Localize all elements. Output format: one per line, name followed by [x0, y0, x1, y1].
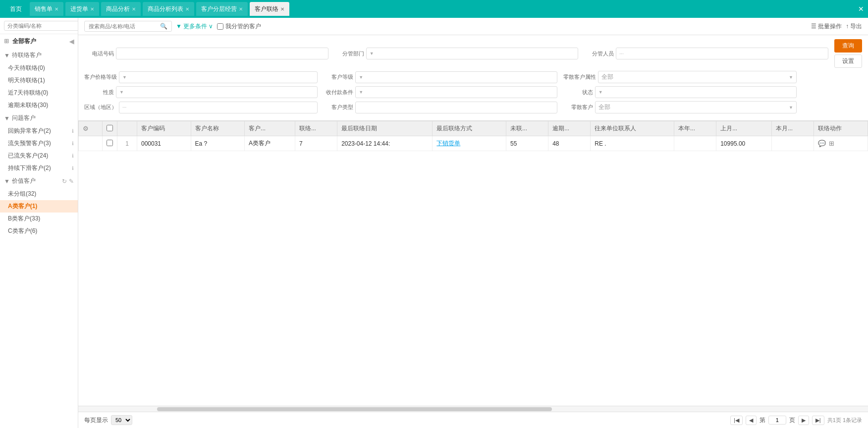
- col-overdue[interactable]: 逾期...: [548, 121, 591, 136]
- next-page-btn[interactable]: ▶: [798, 416, 809, 425]
- retail-attr-select[interactable]: 全部 ▼: [598, 71, 797, 83]
- export-btn[interactable]: ↑ 导出: [846, 22, 862, 31]
- batch-op-btn[interactable]: ☰ 批量操作: [811, 22, 842, 31]
- scroll-thumb[interactable]: [157, 407, 552, 411]
- sidebar-item-7days[interactable]: 近7天待联络(0): [0, 87, 78, 99]
- nature-select[interactable]: ▼: [116, 86, 318, 98]
- my-customer-checkbox-area: 我分管的客户: [217, 22, 261, 31]
- retail-customer-select[interactable]: 全部 ▼: [595, 101, 797, 113]
- sidebar-search-input[interactable]: [4, 21, 78, 31]
- action-btn-group: 查询 设置: [834, 39, 862, 68]
- sidebar-item-repurchase-abnormal[interactable]: 回购异常客户(2) ℹ: [0, 125, 78, 137]
- tab-customer-contact[interactable]: 客户联络 ✕: [250, 2, 289, 16]
- customer-level-select[interactable]: ▼: [355, 71, 557, 83]
- payment-label: 收付款条件: [324, 89, 353, 96]
- filter-row-2: 客户价格等级 ▼ 客户等级 ▼ 零散客户属性 全部 ▼: [84, 71, 862, 83]
- page-number-input[interactable]: [768, 416, 786, 425]
- query-btn[interactable]: 查询: [834, 39, 862, 53]
- tab-product-analysis-list[interactable]: 商品分析列表 ✕: [143, 2, 194, 16]
- home-tab[interactable]: 首页: [4, 5, 28, 13]
- chat-action-icon[interactable]: 💬: [818, 140, 826, 147]
- filter-price-level: 客户价格等级 ▼: [84, 71, 318, 83]
- sidebar-item-today[interactable]: 今天待联络(0): [0, 62, 78, 74]
- search-icon: 🔍: [160, 23, 167, 30]
- row-contact-count: 7: [295, 136, 337, 151]
- sidebar-item-churned[interactable]: 已流失客户(24) ℹ: [0, 150, 78, 162]
- retail-customer-value: 全部: [598, 103, 610, 111]
- close-customer-tier-tab[interactable]: ✕: [239, 6, 243, 12]
- content-area: 🔍 ▼ 更多条件 ∨ 我分管的客户 ☰ 批量操作 ↑ 导出: [78, 18, 868, 428]
- row-checkbox-cell[interactable]: [103, 136, 117, 151]
- col-unit-contact[interactable]: 往来单位联系人: [591, 121, 674, 136]
- edit-group-icon[interactable]: ✎: [69, 178, 74, 185]
- col-not-contact[interactable]: 未联...: [506, 121, 548, 136]
- sidebar-item-ungrouped[interactable]: 未分组(32): [0, 188, 78, 200]
- page-label: 第: [760, 416, 765, 425]
- sidebar-item-churn-warning[interactable]: 流失预警客户(3) ℹ: [0, 137, 78, 150]
- sidebar-item-b-class[interactable]: B类客户(33): [0, 213, 78, 225]
- data-table-container: ⚙ 客户编码 客户名称 客户...: [78, 121, 868, 406]
- group-pending-contact[interactable]: ▼ 待联络客户: [0, 49, 78, 62]
- manager-more-btn: ···: [619, 51, 623, 56]
- sidebar-item-a-class[interactable]: A类客户(1): [0, 200, 78, 213]
- setting-btn[interactable]: 设置: [834, 54, 862, 68]
- per-page-select[interactable]: 50: [111, 415, 132, 425]
- refresh-icon[interactable]: ↻: [62, 178, 67, 185]
- first-page-btn[interactable]: |◀: [730, 416, 743, 425]
- col-select-all[interactable]: [103, 121, 117, 136]
- tab-product-analysis[interactable]: 商品分析 ✕: [101, 2, 141, 16]
- row-last-method[interactable]: 下销货单: [433, 136, 506, 151]
- sidebar-collapse-icon[interactable]: ◀: [69, 38, 74, 45]
- tab-customer-tier[interactable]: 客户分层经营 ✕: [196, 2, 248, 16]
- col-settings[interactable]: ⚙: [79, 121, 103, 136]
- settings-gear-icon[interactable]: ⚙: [83, 125, 89, 132]
- retail-customer-label: 零散客户: [563, 104, 593, 111]
- manager-input[interactable]: ···: [616, 48, 828, 59]
- tab-sales[interactable]: 销售单 ✕: [30, 2, 63, 16]
- phone-input[interactable]: [116, 48, 328, 59]
- pagination: 每页显示 50 |◀ ◀ 第 页 ▶ ▶| 共1页 1条记录: [78, 412, 868, 428]
- group-problem-customers[interactable]: ▼ 问题客户: [0, 111, 78, 125]
- col-contact[interactable]: 联络...: [295, 121, 337, 136]
- col-last-month[interactable]: 上月...: [716, 121, 772, 136]
- sidebar-item-overdue[interactable]: 逾期未联络(30): [0, 99, 78, 111]
- last-page-btn[interactable]: ▶|: [812, 416, 824, 425]
- col-code[interactable]: 客户编码: [137, 121, 191, 136]
- sidebar-item-c-class[interactable]: C类客户(6): [0, 225, 78, 237]
- customer-type-input[interactable]: [355, 102, 557, 113]
- group-value-customers[interactable]: ▼ 价值客户 ↻ ✎: [0, 174, 78, 188]
- row-settings: [79, 136, 103, 151]
- col-last-date[interactable]: 最后联络日期: [337, 121, 433, 136]
- more-filter-btn[interactable]: ▼ 更多条件 ∨: [176, 22, 213, 31]
- my-customer-checkbox[interactable]: [217, 23, 223, 30]
- col-type[interactable]: 客户...: [245, 121, 295, 136]
- col-name[interactable]: 客户名称: [191, 121, 245, 136]
- filter-icon: ▼: [176, 23, 182, 30]
- horizontal-scrollbar[interactable]: [78, 406, 868, 412]
- sidebar-item-tomorrow[interactable]: 明天待联络(1): [0, 74, 78, 87]
- col-last-method[interactable]: 最后联络方式: [433, 121, 506, 136]
- tab-purchase[interactable]: 进货单 ✕: [65, 2, 99, 16]
- region-input[interactable]: ···: [119, 102, 318, 113]
- close-customer-contact-tab[interactable]: ✕: [280, 6, 284, 12]
- col-this-month[interactable]: 本月...: [772, 121, 814, 136]
- dept-select[interactable]: ▼: [366, 48, 579, 59]
- row-checkbox[interactable]: [107, 140, 113, 146]
- close-sales-tab[interactable]: ✕: [54, 6, 58, 12]
- close-purchase-tab[interactable]: ✕: [90, 6, 94, 12]
- search-input[interactable]: [89, 23, 158, 29]
- price-level-select[interactable]: ▼: [119, 71, 318, 83]
- col-this-year[interactable]: 本年...: [674, 121, 716, 136]
- filter-nature: 性质 ▼: [84, 86, 318, 98]
- select-all-checkbox[interactable]: [107, 125, 113, 131]
- close-product-analysis-tab[interactable]: ✕: [132, 6, 136, 12]
- window-close-icon[interactable]: ✕: [858, 5, 864, 13]
- qr-action-icon[interactable]: ⊞: [829, 140, 834, 147]
- payment-select[interactable]: ▼: [355, 86, 557, 98]
- status-select[interactable]: ▼: [595, 86, 797, 98]
- row-this-year: [674, 136, 716, 151]
- prev-page-btn[interactable]: ◀: [746, 416, 757, 425]
- close-product-list-tab[interactable]: ✕: [185, 6, 189, 12]
- data-table: ⚙ 客户编码 客户名称 客户...: [78, 121, 868, 151]
- sidebar-item-declining[interactable]: 持续下滑客户(2) ℹ: [0, 162, 78, 174]
